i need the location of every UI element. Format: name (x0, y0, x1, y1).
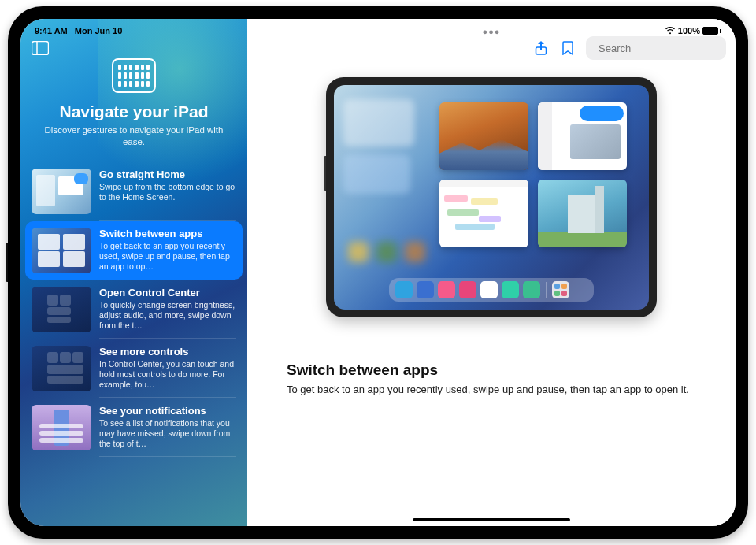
ipad-illustration (326, 77, 657, 317)
sidebar-toggle-button[interactable] (32, 41, 49, 55)
sidebar-thumb (32, 346, 91, 391)
illustration-dock (389, 278, 594, 302)
app-preview-calendar (439, 180, 528, 247)
sidebar: Navigate your iPad Discover gestures to … (20, 19, 247, 526)
sidebar-item-title: Open Control Center (99, 287, 236, 298)
main-content: ●●● (247, 19, 736, 526)
search-field[interactable] (586, 36, 726, 60)
sidebar-item-see-your-notifications[interactable]: See your notifications To see a list of … (25, 399, 243, 457)
bookmark-button[interactable] (559, 39, 576, 57)
sidebar-thumb (32, 287, 91, 332)
navigate-ipad-icon (112, 58, 156, 93)
sidebar-item-open-control-center[interactable]: Open Control Center To quickly change sc… (25, 280, 243, 339)
status-time: 9:41 AM (35, 26, 68, 35)
sidebar-item-title: See more controls (99, 346, 236, 358)
svg-rect-0 (32, 42, 49, 55)
sidebar-item-desc: To see a list of notifications that you … (99, 418, 236, 449)
app-preview-maps (538, 180, 627, 247)
sidebar-item-title: Go straight Home (99, 169, 236, 180)
sidebar-item-desc: In Control Center, you can touch and hol… (99, 359, 236, 390)
sidebar-item-go-straight-home[interactable]: Go straight Home Swipe up from the botto… (25, 162, 243, 221)
sidebar-thumb (32, 169, 91, 214)
sidebar-item-title: See your notifications (99, 405, 236, 417)
content-title: Switch between apps (287, 361, 696, 379)
status-date: Mon Jun 10 (75, 26, 123, 35)
sidebar-item-switch-between-apps[interactable]: Switch between apps To get back to an ap… (25, 221, 243, 280)
sidebar-list[interactable]: Go straight Home Swipe up from the botto… (20, 159, 247, 526)
sidebar-item-desc: To get back to an app you recently used,… (99, 241, 236, 272)
content-desc: To get back to an app you recently used,… (287, 384, 696, 395)
app-preview-photos (439, 102, 528, 170)
sidebar-title: Navigate your iPad (38, 102, 230, 121)
status-bar: 9:41 AM Mon Jun 10 100% (20, 22, 736, 39)
battery-percent: 100% (678, 26, 700, 35)
sidebar-thumb (32, 228, 91, 273)
sidebar-subtitle: Discover gestures to navigate your iPad … (38, 124, 230, 148)
app-preview-messages (538, 102, 627, 170)
ipad-screen: 9:41 AM Mon Jun 10 100% (20, 19, 736, 526)
sidebar-item-desc: To quickly change screen brightness, adj… (99, 300, 236, 331)
ipad-device-frame: 9:41 AM Mon Jun 10 100% (8, 6, 748, 539)
sidebar-thumb (32, 405, 91, 450)
sidebar-item-see-more-controls[interactable]: See more controls In Control Center, you… (25, 339, 243, 398)
sidebar-item-desc: Swipe up from the bottom edge to go to t… (99, 182, 236, 202)
wifi-icon (665, 27, 676, 35)
sidebar-item-title: Switch between apps (99, 228, 236, 239)
illustration-area: Switch between apps To get back to an ap… (247, 60, 736, 526)
search-input[interactable] (598, 43, 731, 54)
home-indicator[interactable] (413, 518, 570, 521)
battery-icon (702, 27, 721, 35)
share-button[interactable] (532, 39, 550, 57)
